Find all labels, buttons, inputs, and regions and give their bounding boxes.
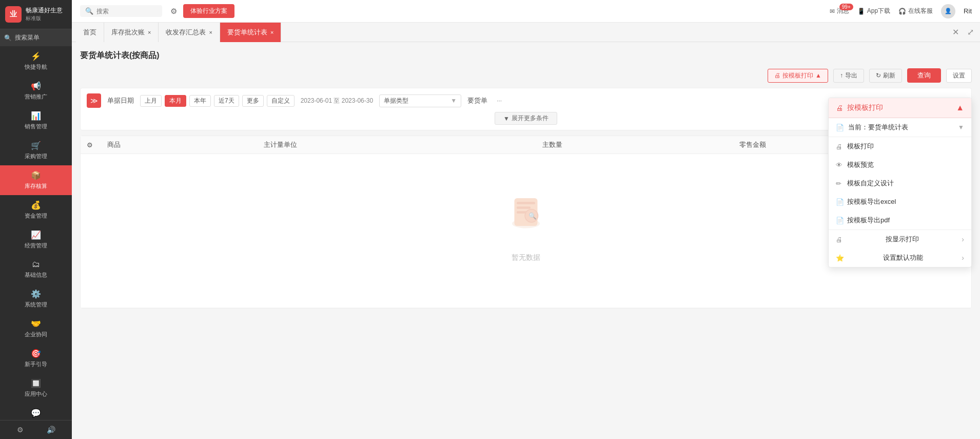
tab-order-stats-label: 要货单统计表 bbox=[227, 28, 267, 37]
template-pdf-item-label: 按模板导出pdf bbox=[847, 216, 890, 225]
sidebar-item-system[interactable]: ⚙️ 系统管理 bbox=[0, 284, 72, 314]
sidebar-item-marketing[interactable]: 📢 营销推广 bbox=[0, 76, 72, 106]
sidebar-item-finance[interactable]: 💰 资金管理 bbox=[0, 195, 72, 225]
sidebar-item-label: 资金管理 bbox=[25, 212, 47, 220]
filter-expand-btn[interactable]: ≫ bbox=[87, 93, 101, 108]
date-preset-7days[interactable]: 近7天 bbox=[214, 95, 239, 107]
app-name: 畅康通好生意 bbox=[26, 7, 63, 15]
message-icon: ✉ bbox=[830, 8, 835, 15]
col-settings: ⚙ bbox=[81, 136, 101, 154]
settings-table-btn[interactable]: 设置 bbox=[946, 69, 972, 83]
tabs-bar: 首页 库存批次账 × 收发存汇总表 × 要货单统计表 × ✕ ⤢ bbox=[72, 23, 980, 42]
col-unit: 主计量单位 bbox=[258, 136, 536, 154]
default-function-item[interactable]: ⭐ 设置默认功能 bbox=[829, 249, 971, 267]
table-settings-icon[interactable]: ⚙ bbox=[87, 141, 93, 149]
order-type-select[interactable]: 单据类型 ▼ bbox=[379, 94, 461, 107]
sidebar-item-sales[interactable]: 📊 销售管理 bbox=[0, 106, 72, 136]
username-label: Rit bbox=[964, 7, 972, 15]
template-excel-menu-item[interactable]: 📄 按模板导出excel bbox=[829, 193, 971, 211]
refresh-btn[interactable]: ↻ 刷新 bbox=[869, 69, 902, 83]
edit-icon: ✏ bbox=[836, 180, 841, 187]
sidebar-bottom: ⚙ 🔊 bbox=[0, 420, 72, 439]
tab-receipt-summary-close[interactable]: × bbox=[209, 29, 212, 35]
goods-filter-label: 要货单 bbox=[467, 96, 487, 105]
speaker-bottom-btn[interactable]: 🔊 bbox=[47, 426, 55, 434]
display-print-item[interactable]: 🖨 按显示打印 bbox=[829, 230, 971, 249]
trial-btn[interactable]: 体验行业方案 bbox=[183, 4, 234, 18]
sidebar-item-newbie[interactable]: 🎯 新手引导 bbox=[0, 343, 72, 373]
sidebar-item-label: 企业协同 bbox=[25, 331, 47, 338]
tab-close-all-btn[interactable]: ✕ bbox=[950, 27, 961, 37]
online-service-btn[interactable]: 🎧 在线客服 bbox=[898, 7, 933, 15]
current-template-text: 当前：要货单统计表 bbox=[848, 123, 908, 132]
dropdown-close-btn[interactable]: ▲ bbox=[956, 103, 964, 112]
chevron-down-icon: ▼ bbox=[421, 97, 457, 104]
svg-rect-2 bbox=[517, 202, 535, 204]
eye-icon: 👁 bbox=[836, 161, 842, 169]
tab-maximize-btn[interactable]: ⤢ bbox=[965, 27, 976, 37]
date-preset-more[interactable]: 更多 bbox=[242, 95, 264, 107]
operation-icon: 📈 bbox=[31, 230, 41, 240]
tab-expand-controls: ✕ ⤢ bbox=[950, 27, 976, 37]
template-custom-item-label: 模板自定义设计 bbox=[847, 179, 894, 188]
topbar-search-container[interactable]: 🔍 bbox=[80, 5, 162, 17]
template-print-menu-item[interactable]: 🖨 模板打印 bbox=[829, 137, 971, 156]
sidebar-item-wechat[interactable]: 💬 企业微信 bbox=[0, 403, 72, 420]
svg-rect-3 bbox=[517, 206, 531, 209]
settings-bottom-btn[interactable]: ⚙ bbox=[17, 426, 24, 434]
tab-inventory-batch-close[interactable]: × bbox=[148, 29, 151, 35]
sidebar-item-inventory[interactable]: 📦 库存核算 bbox=[0, 165, 72, 195]
more-filters-btn[interactable]: ··· bbox=[494, 96, 505, 106]
sidebar-item-purchase[interactable]: 🛒 采购管理 bbox=[0, 136, 72, 165]
template-print-btn[interactable]: 🖨 按模板打印 ▲ bbox=[768, 69, 828, 83]
sidebar-item-label: 营销推广 bbox=[25, 93, 47, 101]
sidebar-item-basic[interactable]: 🗂 基础信息 bbox=[0, 255, 72, 284]
query-btn[interactable]: 查询 bbox=[907, 68, 941, 83]
date-preset-this-month[interactable]: 本月 bbox=[165, 95, 186, 107]
date-preset-last-month[interactable]: 上月 bbox=[140, 95, 162, 107]
search-input[interactable] bbox=[96, 8, 148, 15]
basic-icon: 🗂 bbox=[32, 260, 40, 269]
col-quantity: 主数量 bbox=[536, 136, 733, 154]
tab-order-stats[interactable]: 要货单统计表 × bbox=[220, 23, 281, 42]
date-preset-custom[interactable]: 自定义 bbox=[267, 95, 295, 107]
tab-order-stats-close[interactable]: × bbox=[270, 29, 273, 35]
messages-btn[interactable]: ✉ 消息 99+ bbox=[830, 7, 849, 15]
cooperation-icon: 🤝 bbox=[31, 319, 41, 329]
sidebar-item-label: 采购管理 bbox=[25, 152, 47, 160]
sidebar-logo: 业 畅康通好生意 标准版 bbox=[0, 0, 72, 29]
sidebar-item-cooperation[interactable]: 🤝 企业协同 bbox=[0, 314, 72, 343]
current-template-label-container: 📄 当前：要货单统计表 bbox=[836, 123, 908, 132]
date-preset-this-year[interactable]: 本年 bbox=[189, 95, 211, 107]
content-area: 要货单统计表(按商品) 🖨 按模板打印 ▲ ↑ 导出 ↻ 刷新 查询 设置 ≫ bbox=[72, 42, 980, 439]
dropdown-header: 🖨 按模板打印 ▲ bbox=[829, 98, 971, 118]
tab-home[interactable]: 首页 bbox=[76, 23, 104, 42]
expand-down-icon: ▼ bbox=[503, 115, 509, 122]
sidebar-item-label: 基础信息 bbox=[25, 271, 47, 279]
template-custom-menu-item[interactable]: ✏ 模板自定义设计 bbox=[829, 174, 971, 193]
expand-more-conditions-btn[interactable]: ▼ 展开更多条件 bbox=[495, 112, 557, 125]
sidebar-item-appstore[interactable]: 🔲 应用中心 bbox=[0, 373, 72, 403]
template-excel-item-label: 按模板导出excel bbox=[847, 197, 896, 206]
sidebar-item-label: 销售管理 bbox=[25, 123, 47, 130]
template-preview-menu-item[interactable]: 👁 模板预览 bbox=[829, 156, 971, 174]
quick-nav-icon: ⚡ bbox=[31, 51, 41, 61]
user-avatar[interactable]: 👤 bbox=[941, 4, 955, 18]
date-range-text: 2023-06-01 至 2023-06-30 bbox=[301, 97, 373, 105]
export-label: 导出 bbox=[845, 71, 857, 80]
current-template-item[interactable]: 📄 当前：要货单统计表 ▼ bbox=[829, 118, 971, 137]
export-btn[interactable]: ↑ 导出 bbox=[833, 69, 864, 83]
sidebar-item-quick-nav[interactable]: ⚡ 快捷导航 bbox=[0, 46, 72, 76]
sidebar-item-operation[interactable]: 📈 经营管理 bbox=[0, 225, 72, 255]
appstore-icon: 🔲 bbox=[31, 378, 41, 388]
template-pdf-menu-item[interactable]: 📄 按模板导出pdf bbox=[829, 211, 971, 230]
app-download-btn[interactable]: 📱 App下载 bbox=[857, 7, 890, 15]
template-print-dropdown: 🖨 按模板打印 ▲ 📄 当前：要货单统计表 ▼ 🖨 模板打印 👁 bbox=[828, 98, 972, 268]
message-badge: 99+ bbox=[839, 4, 853, 10]
chevron-down-icon: ▼ bbox=[958, 124, 964, 131]
settings-gear-icon[interactable]: ⚙ bbox=[170, 7, 177, 16]
tab-receipt-summary[interactable]: 收发存汇总表 × bbox=[159, 23, 220, 42]
file-icon: 📄 bbox=[836, 124, 844, 131]
tab-inventory-batch[interactable]: 库存批次账 × bbox=[104, 23, 159, 42]
sidebar-search[interactable]: 🔍 搜索菜单 bbox=[0, 29, 72, 46]
